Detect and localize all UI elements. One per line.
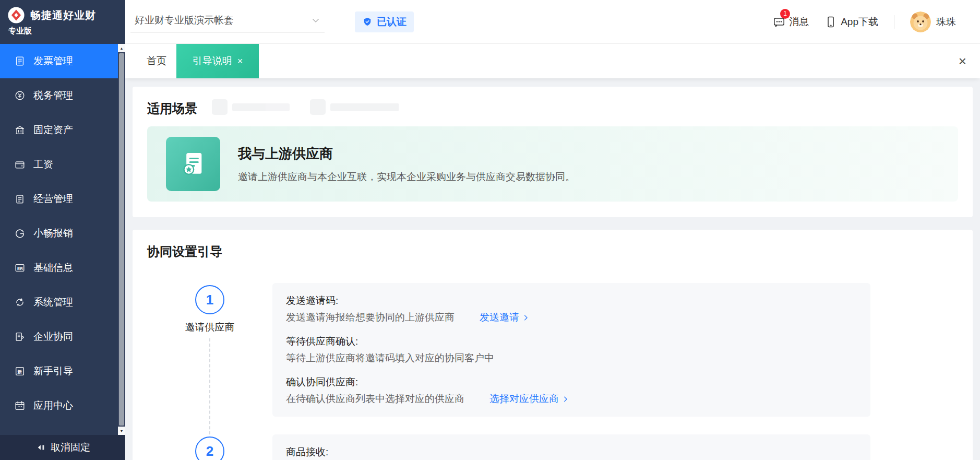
guide-heading: 协同设置引导 [147,243,958,260]
scenario-card-description: 邀请上游供应商与本企业互联，实现本企业采购业务与供应商交易数据协同。 [238,170,575,184]
sidebar-item-basic-info[interactable]: ER 基础信息 [0,251,125,285]
fixed-asset-icon [14,124,26,136]
step-item-text: 在待确认供应商列表中选择对应的供应商 [286,393,464,405]
sidebar-item-salary[interactable]: 工资 [0,147,125,182]
close-all-tabs-icon[interactable]: × [959,54,966,68]
step-1-label: 邀请供应商 [185,321,235,334]
send-invite-link[interactable]: 发送邀请 [480,311,530,324]
chevron-right-icon [561,395,569,403]
app-download-label: App下载 [841,15,878,29]
certified-label: 已认证 [377,15,407,29]
step-item-text: 发送邀请海报给想要协同的上游供应商 [286,311,455,324]
scrollbar-thumb[interactable] [119,53,124,426]
sidebar-item-operations[interactable]: 经营管理 [0,182,125,216]
sidebar-item-label: 发票管理 [33,54,73,68]
account-set-select[interactable]: 好业财专业版演示帐套 [130,10,325,33]
user-menu[interactable]: 珠珠 [910,11,956,32]
reimburse-icon [14,228,26,239]
tab-close-icon[interactable]: × [237,56,243,66]
chevron-right-icon [522,314,530,322]
choose-supplier-link-label: 选择对应供应商 [489,393,559,405]
send-invite-link-label: 发送邀请 [480,311,519,324]
svg-text:ER: ER [17,266,23,271]
sidebar: 畅捷通好业财 专业版 发票管理 税务管理 固定资产 工资 [0,0,125,460]
sidebar-item-invoice[interactable]: 发票管理 [0,44,125,78]
basic-info-icon: ER [14,262,26,274]
supplier-doc-star-icon [166,137,220,191]
sidebar-item-label: 固定资产 [33,123,73,137]
sidebar-item-label: 小畅报销 [33,227,73,240]
sidebar-item-guide[interactable]: 新 新手引导 [0,354,125,388]
tab-guide-label: 引导说明 [193,54,232,68]
sidebar-item-label: 应用中心 [33,399,73,412]
step-item-title: 发送邀请码: [286,294,857,307]
guide-step-2: 2 商品接收: [147,434,958,460]
collapse-icon [35,442,45,453]
step-item: 确认协同供应商: 在待确认供应商列表中选择对应的供应商 选择对应供应商 [286,376,857,405]
phone-icon [824,16,837,28]
top-header: 好业财专业版演示帐套 已认证 消息 1 App下载 [125,0,980,44]
scenario-panel: 适用场景 我与上游供应商 邀请上游供应商与本企业互联，实现本企业采购业务与供应商… [133,87,973,217]
messages-button[interactable]: 消息 1 [773,15,809,29]
step-1-number: 1 [195,285,224,314]
sidebar-item-label: 企业协同 [33,330,73,344]
step-1-rail: 1 邀请供应商 [147,283,272,417]
scrollbar-up-arrow[interactable]: ▲ [118,44,125,52]
step-item-title: 商品接收: [286,446,857,458]
chevron-down-icon [311,16,320,25]
main-content: 适用场景 我与上游供应商 邀请上游供应商与本企业互联，实现本企业采购业务与供应商… [125,78,980,460]
brand-block: 畅捷通好业财 专业版 [0,0,125,44]
step-item-title: 等待供应商确认: [286,335,857,348]
brand-name: 畅捷通好业财 [30,8,96,22]
step-item: 发送邀请码: 发送邀请海报给想要协同的上游供应商 发送邀请 [286,294,857,324]
brand-edition: 专业版 [8,26,118,36]
sidebar-item-collaboration[interactable]: 企业协同 [0,320,125,354]
sidebar-item-label: 经营管理 [33,192,73,206]
sidebar-item-reimburse[interactable]: 小畅报销 [0,216,125,251]
scenario-card-title: 我与上游供应商 [238,145,575,163]
sidebar-menu: 发票管理 税务管理 固定资产 工资 经营管理 小畅报销 [0,44,125,435]
messages-label: 消息 [789,15,809,29]
guide-step-1: 1 邀请供应商 发送邀请码: 发送邀请海报给想要协同的上游供应商 发送邀请 [147,283,958,417]
salary-icon [14,159,26,170]
messages-count-badge: 1 [780,9,790,19]
sidebar-item-fixed-asset[interactable]: 固定资产 [0,113,125,147]
system-icon [14,297,26,308]
tab-guide-active[interactable]: 引导说明 × [176,44,259,78]
sidebar-item-label: 工资 [33,158,53,171]
scenario-card: 我与上游供应商 邀请上游供应商与本企业互联，实现本企业采购业务与供应商交易数据协… [147,126,958,202]
sidebar-item-label: 税务管理 [33,89,73,102]
scenario-card-body: 我与上游供应商 邀请上游供应商与本企业互联，实现本企业采购业务与供应商交易数据协… [238,145,575,184]
sidebar-item-app-center[interactable]: 应用中心 [0,388,125,423]
step-item-text: 等待上游供应商将邀请码填入对应的协同客户中 [286,352,494,364]
unpin-label: 取消固定 [51,441,90,454]
guide-panel: 协同设置引导 1 邀请供应商 发送邀请码: 发送邀请海报给想要协同的上游供应商 [133,230,973,460]
shield-icon [362,17,373,27]
app-center-icon [14,400,26,411]
app-download-button[interactable]: App下载 [824,15,878,29]
step-item: 商品接收: [286,446,857,458]
tab-bar: 首页 引导说明 × × [125,44,980,78]
step-item: 等待供应商确认: 等待上游供应商将邀请码填入对应的协同客户中 [286,335,857,364]
scenario-heading: 适用场景 [147,100,958,117]
unpin-sidebar-button[interactable]: 取消固定 [0,435,125,460]
step-connector-dashed-line [209,338,210,440]
invoice-icon [14,55,26,67]
new-user-guide-icon: 新 [14,365,26,377]
step-item-title: 确认协同供应商: [286,376,857,388]
step-2-number: 2 [195,437,224,460]
sidebar-item-label: 系统管理 [33,296,73,309]
step-2-rail: 2 [147,434,272,460]
avatar [910,11,931,32]
tab-home[interactable]: 首页 [137,44,176,78]
account-set-value: 好业财专业版演示帐套 [135,14,234,27]
sidebar-item-system[interactable]: 系统管理 [0,285,125,320]
scrollbar-down-arrow[interactable]: ▼ [118,427,125,435]
app-window: 畅捷通好业财 专业版 发票管理 税务管理 固定资产 工资 [0,0,980,460]
step-2-detail-box: 商品接收: [272,434,870,460]
sidebar-item-tax[interactable]: 税务管理 [0,78,125,113]
svg-text:新: 新 [17,369,22,374]
choose-supplier-link[interactable]: 选择对应供应商 [489,393,569,405]
sidebar-scrollbar[interactable]: ▲ ▼ [118,44,125,435]
username: 珠珠 [936,15,956,29]
